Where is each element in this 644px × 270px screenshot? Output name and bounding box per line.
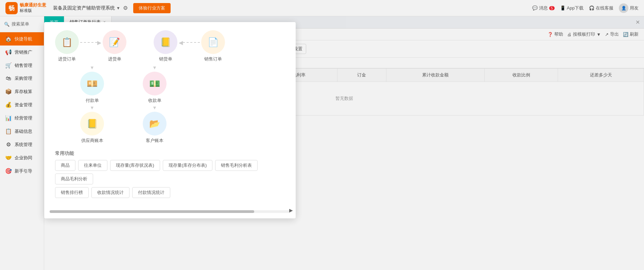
supplier-ledger-circle: 📒: [80, 112, 104, 136]
arrow-down-receipt-slip: ▼: [152, 65, 157, 70]
sales-receipt-circle: 📒: [154, 30, 177, 54]
supplier-ledger-icon: 📒: [87, 119, 98, 129]
func-btn-sales-rank[interactable]: 销售排行榜: [55, 187, 89, 198]
sales-order-icon: 📄: [208, 37, 219, 48]
purchase-order-icon: 📋: [62, 37, 72, 48]
receipt-slip-label: 收款单: [148, 97, 161, 104]
app-container: 畅 畅康通好生意 标准版 装备及固定资产辅助管理系统 ▼ ⚙ 体验行业方案 💬 …: [0, 0, 644, 270]
scroll-right-arrow[interactable]: ▶: [289, 208, 293, 213]
flow-purchase-order[interactable]: 📋 进货订单: [55, 30, 79, 62]
flow-sales-order[interactable]: 📄 销售订单: [201, 30, 225, 62]
flow-customer-ledger[interactable]: 📂 客户账本: [143, 112, 167, 144]
sales-receipt-label: 销货单: [159, 56, 172, 62]
common-funcs-title: 常用功能: [55, 150, 285, 157]
receipt-slip-circle: 💵: [143, 72, 167, 95]
flow-middle: ▼ 💴 付款单 ▼ 📒: [55, 65, 285, 144]
modal-scrollbar[interactable]: [50, 210, 290, 213]
customer-ledger-label: 客户账本: [146, 138, 163, 144]
sales-receipt-icon: 📒: [160, 37, 171, 48]
purchase-receipt-circle: 📝: [103, 30, 126, 54]
flow-sales-receipt[interactable]: 📒 销货单: [154, 30, 177, 62]
func-btn-sales-profit[interactable]: 销售毛利分析表: [215, 160, 258, 171]
arrow-purchase-to-receipt: ▶: [80, 39, 101, 46]
purchase-order-label: 进货订单: [58, 56, 76, 62]
flow-payment-slip[interactable]: 💴 付款单: [80, 72, 104, 104]
func-btn-product[interactable]: 商品: [55, 160, 75, 171]
purchase-receipt-col: ▼ 💴 付款单 ▼ 📒: [80, 65, 104, 144]
purchase-receipt-icon: 📝: [109, 37, 120, 48]
customer-ledger-icon: 📂: [149, 119, 160, 129]
common-functions: 常用功能 商品 往来单位 现存量(库存状况表) 现存量(库存分布表) 销售毛利分…: [55, 150, 285, 198]
modal-scrollbar-container: ▶: [44, 206, 296, 218]
receipt-slip-icon: 💵: [149, 78, 160, 89]
payment-slip-circle: 💴: [80, 72, 104, 95]
func-btn-receipt-stats[interactable]: 收款情况统计: [91, 187, 129, 198]
func-btn-stock-status[interactable]: 现存量(库存状况表): [110, 160, 160, 171]
sales-receipt-col: ▼ 💵 收款单 ▼ 📂 客户账本: [143, 65, 167, 144]
arrow-down-supplier: ▼: [90, 105, 94, 110]
func-btn-stock-dist[interactable]: 现存量(库存分布表): [163, 160, 213, 171]
arrow-down-customer: ▼: [152, 105, 157, 110]
modal-content: 📋 进货订单 ▶ 📝 进货单: [44, 22, 296, 206]
modal-overlay: 📋 进货订单 ▶ 📝 进货单: [0, 0, 644, 270]
purchase-receipt-label: 进货单: [108, 56, 121, 62]
customer-ledger-circle: 📂: [143, 112, 167, 136]
purchase-order-circle: 📋: [55, 30, 79, 54]
modal-scrollbar-thumb: [50, 210, 254, 213]
func-btn-payment-stats[interactable]: 付款情况统计: [132, 187, 170, 198]
flow-supplier-ledger[interactable]: 📒 供应商账本: [80, 112, 104, 144]
func-btns-row2: 销售排行榜 收款情况统计 付款情况统计: [55, 187, 285, 198]
payment-slip-label: 付款单: [86, 97, 99, 104]
flow-row-1: 📋 进货订单 ▶ 📝 进货单: [55, 30, 285, 62]
payment-slip-icon: 💴: [87, 78, 98, 89]
flow-purchase-receipt[interactable]: 📝 进货单: [103, 30, 126, 62]
func-btns-row1: 商品 往来单位 现存量(库存状况表) 现存量(库存分布表) 销售毛利分析表 商品…: [55, 160, 285, 184]
sales-order-circle: 📄: [201, 30, 225, 54]
arrow-down-payment: ▼: [90, 65, 94, 70]
func-btn-product-profit[interactable]: 商品毛利分析: [55, 174, 93, 184]
func-btn-contacts[interactable]: 往来单位: [78, 160, 107, 171]
arrow-sales-order-to-receipt: ◀: [179, 39, 200, 46]
flow-receipt-slip[interactable]: 💵 收款单: [143, 72, 167, 104]
sales-order-label: 销售订单: [204, 56, 222, 62]
supplier-ledger-label: 供应商账本: [81, 138, 103, 144]
quick-nav-modal: 📋 进货订单 ▶ 📝 进货单: [44, 22, 296, 218]
